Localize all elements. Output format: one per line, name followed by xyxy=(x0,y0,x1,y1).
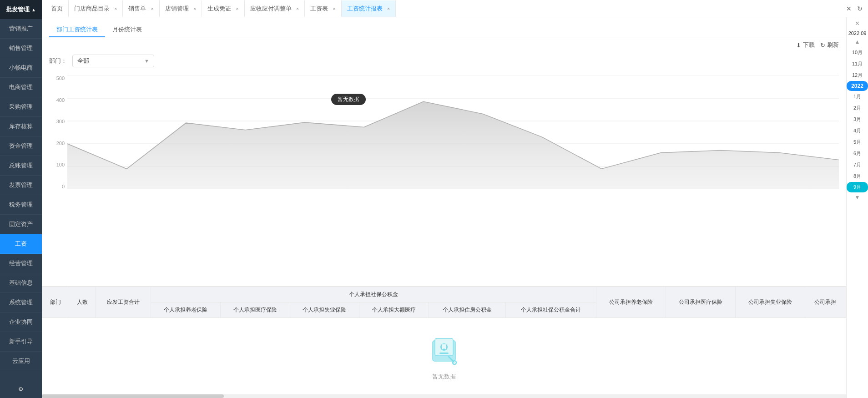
timeline-month-6[interactable]: 6月 xyxy=(847,148,868,159)
timeline-month-2[interactable]: 2月 xyxy=(847,102,868,114)
refresh-button[interactable]: ↻ 刷新 xyxy=(820,41,839,49)
timeline-month-10[interactable]: 10月 xyxy=(847,47,868,58)
sub-tab-部门工资统计表[interactable]: 部门工资统计表 xyxy=(49,23,105,37)
col-personal-unemployment: 个人承担失业保险 xyxy=(290,302,359,318)
sidebar-item-税务管理[interactable]: 税务管理 xyxy=(0,195,42,215)
sidebar-header[interactable]: 批发管理 ▲ xyxy=(0,0,42,19)
tab-工资统计报表[interactable]: 工资统计报表× xyxy=(342,0,396,17)
timeline-close-btn[interactable]: ✕ xyxy=(852,17,863,30)
col-count: 人数 xyxy=(69,287,96,318)
department-select[interactable]: 全部 ▼ xyxy=(72,55,154,67)
sidebar-item-总账管理[interactable]: 总账管理 xyxy=(0,156,42,176)
sidebar-item-云应用[interactable]: 云应用 xyxy=(0,352,42,371)
timeline-year-label: 2022.09 xyxy=(847,30,868,37)
sidebar-item-固定资产[interactable]: 固定资产 xyxy=(0,215,42,234)
tab-label: 工资统计报表 xyxy=(347,5,383,13)
sidebar-item-基础信息[interactable]: 基础信息 xyxy=(0,273,42,293)
timeline-up-btn[interactable]: ▲ xyxy=(853,37,862,47)
col-personal-pension: 个人承担养老保险 xyxy=(151,302,220,318)
tab-label: 销售单 xyxy=(128,5,146,13)
timeline-month-3[interactable]: 3月 xyxy=(847,114,868,125)
col-company-medical: 公司承担医疗保险 xyxy=(666,287,736,318)
refresh-icon: ↻ xyxy=(820,42,825,49)
col-personal-total: 个人承担社保公积金合计 xyxy=(505,302,596,318)
tab-close-icon[interactable]: × xyxy=(193,6,196,11)
timeline-month-12[interactable]: 12月 xyxy=(847,70,868,81)
sidebar-settings[interactable]: ⚙ xyxy=(0,380,42,398)
tab-close-icon[interactable]: × xyxy=(236,6,238,11)
refresh-label: 刷新 xyxy=(827,41,839,49)
sidebar-item-营销推广[interactable]: 营销推广 xyxy=(0,19,42,39)
tab-close-icon[interactable]: × xyxy=(333,6,335,11)
tab-label: 工资表 xyxy=(310,5,328,13)
tab-店铺管理[interactable]: 店铺管理× xyxy=(160,0,202,17)
col-personal-big-medical: 个人承担大额医疗 xyxy=(359,302,429,318)
timeline-month-11[interactable]: 11月 xyxy=(847,58,868,70)
tab-bar: 首页门店商品目录×销售单×店铺管理×生成凭证×应收应付调整单×工资表×工资统计报… xyxy=(42,0,868,17)
timeline-month-9[interactable]: 9月 xyxy=(847,182,868,192)
tab-首页[interactable]: 首页 xyxy=(45,0,69,17)
col-dept: 部门 xyxy=(42,287,69,318)
sidebar-item-电商管理[interactable]: 电商管理 xyxy=(0,78,42,97)
tab-生成凭证[interactable]: 生成凭证× xyxy=(202,0,244,17)
col-company-unemployment: 公司承担失业保险 xyxy=(736,287,805,318)
tab-close-icon[interactable]: × xyxy=(114,6,117,11)
tab-close-icon[interactable]: × xyxy=(296,6,299,11)
tab-bar-end: ✕ ↻ xyxy=(844,3,864,14)
department-select-value: 全部 xyxy=(77,57,89,65)
tab-工资表[interactable]: 工资表× xyxy=(305,0,341,17)
tab-close-icon[interactable]: × xyxy=(151,6,153,11)
timeline-panel: ✕ 2022.09 ▲ 10月 11月 12月 2022 1月 2月 3月 4月… xyxy=(846,17,868,398)
sidebar-item-新手引导[interactable]: 新手引导 xyxy=(0,332,42,352)
col-total: 应发工资合计 xyxy=(96,287,151,318)
download-icon: ⬇ xyxy=(796,42,801,49)
tab-应收应付调整单[interactable]: 应收应付调整单× xyxy=(245,0,305,17)
col-personal-medical: 个人承担医疗保险 xyxy=(220,302,290,318)
timeline-month-8[interactable]: 8月 xyxy=(847,171,868,182)
sub-tab-月份统计表[interactable]: 月份统计表 xyxy=(105,23,149,37)
timeline-down-btn[interactable]: ▼ xyxy=(853,192,862,202)
settings-icon: ⚙ xyxy=(18,386,24,393)
y-label-200: 200 xyxy=(49,141,67,146)
timeline-month-4[interactable]: 4月 xyxy=(847,125,868,136)
sidebar-item-销售管理[interactable]: 销售管理 xyxy=(0,39,42,58)
content-area: 部门工资统计表月份统计表 ⬇ 下载 ↻ 刷新 部门： 全部 ▼ xyxy=(42,17,868,398)
sidebar-item-系统管理[interactable]: 系统管理 xyxy=(0,293,42,312)
sidebar: 批发管理 ▲ 营销推广销售管理小畅电商电商管理采购管理库存核算资金管理总账管理发… xyxy=(0,0,42,398)
tab-label: 应收应付调整单 xyxy=(250,5,292,13)
timeline-month-7[interactable]: 7月 xyxy=(847,159,868,171)
toolbar: ⬇ 下载 ↻ 刷新 xyxy=(42,37,846,53)
tab-close-icon[interactable]: × xyxy=(387,6,390,11)
tab-门店商品目录[interactable]: 门店商品目录× xyxy=(69,0,123,17)
timeline-month-1[interactable]: 1月 xyxy=(847,91,868,102)
main-area: 首页门店商品目录×销售单×店铺管理×生成凭证×应收应付调整单×工资表×工资统计报… xyxy=(42,0,868,398)
download-button[interactable]: ⬇ 下载 xyxy=(796,41,815,49)
refresh-tab-icon[interactable]: ↻ xyxy=(855,3,864,14)
page-panel: 部门工资统计表月份统计表 ⬇ 下载 ↻ 刷新 部门： 全部 ▼ xyxy=(42,17,846,398)
table-scroll-thumb[interactable] xyxy=(42,394,224,398)
tabs-container: 首页门店商品目录×销售单×店铺管理×生成凭证×应收应付调整单×工资表×工资统计报… xyxy=(45,0,396,17)
close-icon: ✕ xyxy=(855,20,860,27)
table-scroll-bar[interactable] xyxy=(42,394,846,398)
sidebar-item-资金管理[interactable]: 资金管理 xyxy=(0,136,42,156)
close-all-icon[interactable]: ✕ xyxy=(844,3,853,14)
sidebar-item-小畅电商[interactable]: 小畅电商 xyxy=(0,58,42,78)
svg-rect-9 xyxy=(439,353,449,354)
sidebar-item-采购管理[interactable]: 采购管理 xyxy=(0,97,42,117)
sidebar-item-工资[interactable]: 工资 xyxy=(0,234,42,254)
sidebar-item-发票管理[interactable]: 发票管理 xyxy=(0,176,42,195)
chart-svg-wrapper: 暂无数据 xyxy=(67,76,839,189)
sidebar-item-经营管理[interactable]: 经营管理 xyxy=(0,254,42,273)
tab-销售单[interactable]: 销售单× xyxy=(123,0,159,17)
data-table: 部门 人数 应发工资合计 个人承担社保公积金 公司承担养老保险 公司承担医疗保险… xyxy=(42,287,846,318)
timeline-year-2022[interactable]: 2022 xyxy=(847,81,868,91)
col-group-personal: 个人承担社保公积金 xyxy=(151,287,596,302)
col-company-pension: 公司承担养老保险 xyxy=(596,287,666,318)
chart-container: 0 100 200 300 400 500 xyxy=(49,76,839,203)
tab-label: 首页 xyxy=(51,5,63,13)
timeline-month-5[interactable]: 5月 xyxy=(847,136,868,148)
y-label-400: 400 xyxy=(49,97,67,103)
sidebar-item-企业协同[interactable]: 企业协同 xyxy=(0,312,42,332)
sidebar-item-库存核算[interactable]: 库存核算 xyxy=(0,117,42,136)
empty-icon xyxy=(426,332,462,368)
